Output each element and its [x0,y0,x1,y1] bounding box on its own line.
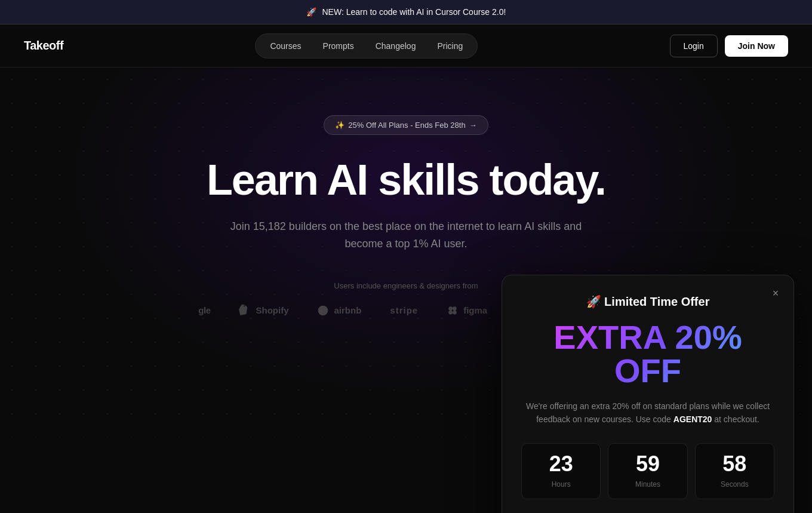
nav-menu: Courses Prompts Changelog Pricing [255,33,478,59]
svg-point-1 [449,306,453,311]
stripe-label: stripe [390,305,418,315]
promo-icon: ✨ [335,121,345,130]
popup-title: Limited Time Offer [604,295,709,308]
airbnb-icon [317,305,329,317]
nav-prompts[interactable]: Prompts [313,38,364,54]
figma-icon [447,305,459,317]
countdown-seconds: 58 Seconds [695,443,774,499]
shopify-label: Shopify [256,305,288,315]
popup-rocket-icon: 🚀 [586,295,601,308]
svg-point-2 [453,306,457,311]
hero-title: Learn AI skills today. [207,156,605,204]
figma-label: figma [463,305,487,315]
minutes-value: 59 [616,453,679,475]
shopify-icon [239,305,251,317]
discount-popup: × 🚀 Limited Time Offer EXTRA 20% OFF We'… [502,275,794,513]
countdown-row: 23 Hours 59 Minutes 58 Seconds [521,443,774,499]
navbar-actions: Login Join Now [670,35,789,57]
popup-code: AGENT20 [673,414,712,424]
promo-arrow: → [469,121,477,130]
hours-label: Hours [552,480,571,489]
login-button[interactable]: Login [670,35,718,57]
popup-code-suffix: at checkout. [714,414,759,424]
nav-pricing[interactable]: Pricing [427,38,472,54]
banner-text: NEW: Learn to code with AI in Cursor Cou… [322,7,506,17]
company-stripe: stripe [390,305,418,315]
seconds-label: Seconds [721,480,749,489]
svg-point-3 [449,311,453,315]
nav-courses[interactable]: Courses [260,38,310,54]
seconds-value: 58 [703,453,767,475]
countdown-hours: 23 Hours [521,443,601,499]
company-figma: figma [447,305,487,317]
hero-subtitle: Join 15,182 builders on the best place o… [215,218,597,253]
company-shopify: Shopify [239,305,288,317]
companies-label: Users include engineers & designers from [334,281,478,290]
popup-discount-text: EXTRA 20% OFF [521,321,774,388]
nav-changelog[interactable]: Changelog [366,38,426,54]
popup-header: 🚀 Limited Time Offer [521,294,774,309]
countdown-minutes: 59 Minutes [608,443,687,499]
airbnb-label: airbnb [334,305,361,315]
svg-point-0 [318,305,328,315]
navbar: Takeoff Courses Prompts Changelog Pricin… [0,24,812,67]
top-banner[interactable]: 🚀 NEW: Learn to code with AI in Cursor C… [0,0,812,24]
google-text: gle [198,305,210,315]
svg-point-4 [453,311,457,315]
minutes-label: Minutes [635,480,660,489]
company-airbnb: airbnb [317,305,361,317]
popup-description: We're offering an extra 20% off on stand… [521,400,774,426]
promo-badge[interactable]: ✨ 25% Off All Plans - Ends Feb 28th → [324,115,488,135]
hours-value: 23 [529,453,593,475]
site-logo[interactable]: Takeoff [24,39,63,53]
rocket-icon: 🚀 [306,7,316,17]
popup-close-button[interactable]: × [767,285,784,302]
company-google: gle [198,305,210,315]
join-now-button[interactable]: Join Now [725,35,788,57]
promo-text: 25% Off All Plans - Ends Feb 28th [348,121,465,130]
